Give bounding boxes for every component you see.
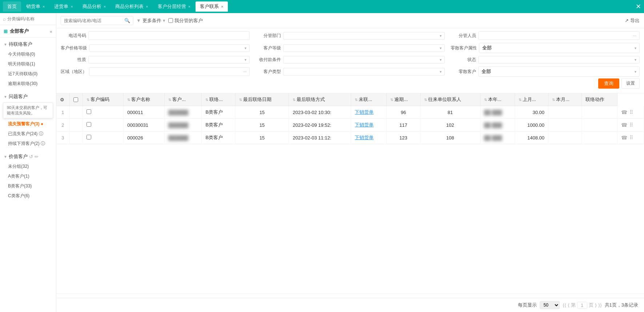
row-contact-person: ██ ███ — [480, 106, 515, 119]
close-icon[interactable]: × — [221, 4, 223, 9]
row-last-method[interactable]: 下销货单 — [351, 106, 387, 119]
page-prev-icon[interactable]: ⟨ — [568, 303, 569, 308]
horizontal-scrollbar[interactable] — [56, 293, 644, 298]
settings-icon[interactable]: ⚙ — [60, 97, 64, 102]
th-contact-count[interactable]: ⇅ 联络... — [202, 93, 235, 106]
th-checkbox[interactable] — [69, 93, 82, 106]
setting-button[interactable]: 设置 — [621, 78, 640, 89]
th-settings[interactable]: ⚙ — [56, 93, 69, 106]
page-current[interactable]: 1 — [577, 302, 587, 309]
select-all-checkbox[interactable] — [73, 97, 78, 102]
row-last-method[interactable]: 下销货单 — [351, 131, 387, 144]
close-icon[interactable]: × — [188, 4, 190, 9]
collapse-icon[interactable]: « — [50, 29, 52, 34]
sidebar-item-class-c[interactable]: C类客户(6) — [0, 191, 56, 201]
tab-sales[interactable]: 销货单 × — [22, 1, 49, 12]
tab-home[interactable]: 首页 — [3, 1, 21, 12]
edit-icon[interactable]: ✏ — [35, 154, 39, 159]
chevron-down-icon: ▾ — [440, 34, 442, 38]
phone-input[interactable] — [88, 31, 250, 40]
tab-customer-contact[interactable]: 客户联系 × — [196, 1, 228, 12]
sidebar-group-value[interactable]: ▼ 价值客户 ↺ ✏ — [0, 151, 56, 162]
sidebar-item-ungroup[interactable]: 未分组(32) — [0, 162, 56, 171]
close-icon[interactable]: × — [146, 4, 148, 9]
th-last-method[interactable]: ⇅ 最后联络方式 — [289, 93, 351, 106]
person-select[interactable]: ··· — [478, 31, 640, 40]
row-checkbox[interactable] — [82, 131, 124, 144]
more-action-icon[interactable]: ⠿ — [629, 109, 633, 115]
tab-product-list[interactable]: 商品分析列表 × — [111, 1, 152, 12]
more-conditions-btn[interactable]: ▼ 更多条件 ▾ — [136, 17, 165, 24]
page-next-icon[interactable]: ⟩ — [595, 303, 597, 308]
sidebar-item-tomorrow[interactable]: 明天待联络(1) — [0, 59, 56, 69]
tooltip-problem: 90天未交易的客户，可能有流失风险。 — [3, 102, 53, 118]
th-unlink-days[interactable]: ⇅ 未联... — [351, 93, 387, 106]
th-overdue[interactable]: ⇅ 逾期... — [387, 93, 420, 106]
search-submit-icon[interactable]: 🔍 — [124, 18, 130, 23]
contact-icon[interactable]: ☎ — [621, 135, 627, 141]
row-checkbox[interactable] — [82, 119, 124, 131]
refresh-icon[interactable]: ↺ — [29, 154, 33, 159]
th-this-month[interactable]: ⇅ 本月... — [548, 93, 582, 106]
row-unlink-days: 123 — [387, 131, 420, 144]
contact-icon[interactable]: ☎ — [621, 122, 627, 128]
search-box[interactable]: 🔍 — [61, 16, 133, 25]
sidebar-group-problem[interactable]: ▼ 问题客户 — [0, 92, 56, 102]
region-select[interactable]: ··· — [89, 67, 250, 76]
page-size-select[interactable]: 50 100 200 — [540, 301, 560, 309]
window-close-icon[interactable]: ✕ — [636, 3, 641, 11]
sidebar-root[interactable]: ⊞ 全部客户 « — [0, 25, 56, 38]
customer-type-select[interactable]: ▾ — [283, 68, 444, 76]
page-first-icon[interactable]: ⟨⟨ — [563, 303, 566, 308]
sidebar-search-input[interactable] — [7, 16, 56, 21]
tab-purchase[interactable]: 进货单 × — [50, 1, 77, 12]
close-icon[interactable]: × — [71, 4, 73, 9]
tab-product-analysis[interactable]: 商品分析 × — [78, 1, 110, 12]
row-last-date: 2023-02-03 11:12: — [289, 131, 351, 144]
row-last-method[interactable]: 下销货单 — [351, 119, 387, 131]
price-grade-select[interactable]: ▾ — [89, 44, 250, 52]
payment-select[interactable]: ▾ — [283, 56, 444, 64]
contact-icon[interactable]: ☎ — [621, 109, 627, 115]
search-icon: ⌕ — [3, 16, 6, 22]
zero-attr-select[interactable]: 全部 ▾ — [479, 43, 640, 53]
sidebar-group-pending[interactable]: ▼ 待联络客户 — [0, 39, 56, 49]
sidebar-item-7days[interactable]: 近7天待联络(0) — [0, 69, 56, 79]
close-icon[interactable]: × — [104, 4, 106, 9]
close-icon[interactable]: × — [43, 4, 45, 9]
gender-select[interactable]: ▾ — [88, 56, 250, 64]
filter-customer-type: 客户类型 ▾ — [255, 66, 444, 77]
sidebar-item-class-a[interactable]: A类客户(1) — [0, 171, 56, 181]
row-checkbox[interactable] — [82, 106, 124, 119]
chevron-down-icon: ▾ — [440, 70, 442, 74]
export-icon: ↗ — [625, 18, 629, 23]
more-action-icon[interactable]: ⠿ — [629, 135, 633, 141]
my-customers-check[interactable] — [168, 18, 173, 23]
sidebar-item-churned[interactable]: 已流失客户(24) ⓘ — [0, 129, 56, 139]
sidebar-item-declining[interactable]: 持续下滑客户(2) ⓘ — [0, 139, 56, 149]
th-contact-person[interactable]: ⇅ 往来单位联系人 — [420, 93, 480, 106]
th-this-year[interactable]: ⇅ 本年... — [480, 93, 515, 106]
row-name: ██████ — [165, 119, 202, 131]
dept-select[interactable]: ▾ — [283, 32, 444, 40]
th-name[interactable]: ⇅ 客户名称 — [124, 93, 165, 106]
grade-select[interactable]: ▾ — [283, 44, 444, 52]
th-type[interactable]: ⇅ 客户... — [165, 93, 202, 106]
th-code[interactable]: ⇅ 客户编码 — [82, 93, 124, 106]
export-btn[interactable]: ↗ 导出 — [625, 17, 640, 24]
more-action-icon[interactable]: ⠿ — [629, 122, 633, 128]
my-customers-checkbox[interactable]: 我分管的客户 — [168, 17, 203, 24]
th-last-date[interactable]: ⇅ 最后联络日期 — [235, 93, 289, 106]
search-input[interactable] — [64, 18, 123, 23]
zero-customer-select[interactable]: 全部 ▾ — [478, 66, 640, 77]
th-last-month[interactable]: ⇅ 上月... — [515, 93, 548, 106]
tab-customer-tier[interactable]: 客户分层经营 × — [153, 1, 195, 12]
sidebar-item-churn-warning[interactable]: 流失预警客户(3) ● — [0, 119, 56, 129]
sidebar-item-today[interactable]: 今天待联络(0) — [0, 49, 56, 59]
row-contact-count: 15 — [235, 119, 289, 131]
query-button[interactable]: 查询 — [598, 78, 619, 89]
sidebar-item-class-b[interactable]: B类客户(33) — [0, 181, 56, 191]
sidebar-item-overdue[interactable]: 逾期未联络(30) — [0, 79, 56, 89]
page-last-icon[interactable]: ⟩⟩ — [598, 303, 602, 308]
status-select[interactable]: ▾ — [478, 56, 640, 64]
